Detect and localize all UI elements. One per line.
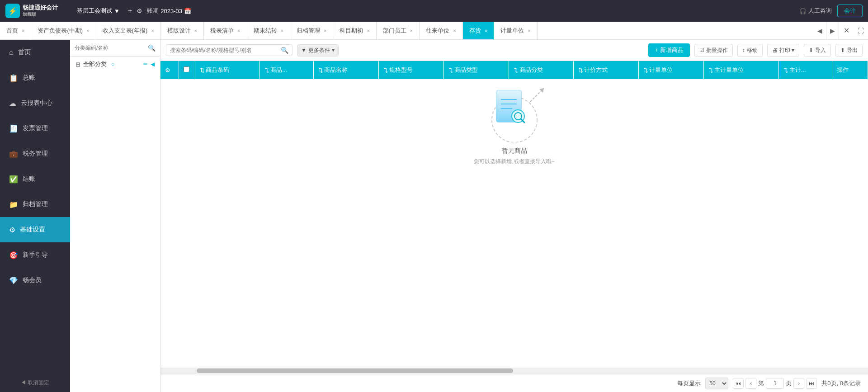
th-main-count[interactable]: ⇅主计... <box>778 61 832 79</box>
tab-资产负债表(中期)[interactable]: 资产负债表(中期)× <box>31 22 96 40</box>
tab-科目期初[interactable]: 科目期初× <box>333 22 376 40</box>
sidebar-label-结账: 结账 <box>23 175 35 183</box>
import-btn[interactable]: ⬇ 导入 <box>804 44 831 57</box>
th-barcode[interactable]: ⇅商品条码 <box>195 61 260 79</box>
per-page-select[interactable]: 50 10 20 100 <box>705 378 728 389</box>
next-page-btn[interactable]: › <box>793 378 804 389</box>
tab-bar: 首页×资产负债表(中期)×收入支出表(年报)×模版设计×税表清单×期末结转×归档… <box>0 22 868 40</box>
tab-往来单位[interactable]: 往来单位× <box>420 22 462 40</box>
settings-icon[interactable]: ⚙ <box>137 7 142 14</box>
company-selector[interactable]: 基层工会测试 ▼ <box>73 5 123 17</box>
sidebar-item-归档管理[interactable]: 📁归档管理 <box>0 192 70 217</box>
tab-close-icon[interactable]: × <box>86 28 89 33</box>
th-code[interactable]: ⇅商品... <box>260 61 314 79</box>
tab-close-icon[interactable]: × <box>281 28 283 33</box>
tab-next-btn[interactable]: ▶ <box>826 22 839 40</box>
page-suffix: 页 <box>786 379 792 387</box>
sidebar-label-归档管理: 归档管理 <box>23 200 48 208</box>
th-price-method[interactable]: ⇅计价方式 <box>574 61 639 79</box>
sidebar-item-首页[interactable]: ⌂首页 <box>0 40 70 65</box>
tab-close-icon[interactable]: × <box>237 28 240 33</box>
sidebar-item-基础设置[interactable]: ⚙基础设置 <box>0 217 70 242</box>
th-checkbox[interactable] <box>179 61 195 79</box>
horizontal-scrollbar[interactable] <box>160 368 868 374</box>
tab-期末结转[interactable]: 期末结转× <box>247 22 290 40</box>
add-company-icon[interactable]: + <box>128 7 132 15</box>
tab-存货[interactable]: 存货× <box>463 22 494 40</box>
th-main-unit[interactable]: ⇅主计量单位 <box>704 61 779 79</box>
prev-page-btn[interactable]: ‹ <box>745 378 756 389</box>
tab-close-all-btn[interactable]: ✕ <box>839 22 854 40</box>
th-spec[interactable]: ⇅规格型号 <box>378 61 443 79</box>
sidebar-item-税务管理[interactable]: 💼税务管理 <box>0 141 70 166</box>
sidebar-item-发票管理[interactable]: 🧾发票管理 <box>0 116 70 141</box>
tab-prev-btn[interactable]: ◀ <box>814 22 826 40</box>
table-header-row: ⚙ ⇅商品条码 ⇅商品... <box>160 61 868 79</box>
scrollbar-thumb[interactable] <box>197 368 513 373</box>
app-sub: 旗舰版 <box>23 11 58 18</box>
tab-归档管理[interactable]: 归档管理× <box>290 22 333 40</box>
headset-icon: 🎧 <box>799 8 807 14</box>
th-type[interactable]: ⇅商品类型 <box>443 61 509 79</box>
last-page-btn[interactable]: ⏭ <box>806 378 817 389</box>
more-filter-btn[interactable]: ▼ 更多条件 ▾ <box>297 44 339 57</box>
account-button[interactable]: 会计 <box>837 5 863 17</box>
category-search: 🔍 <box>70 40 160 57</box>
sidebar-item-结账[interactable]: ✅结账 <box>0 166 70 192</box>
th-unit[interactable]: ⇅计量单位 <box>639 61 704 79</box>
product-search-icon[interactable]: 🔍 <box>281 47 288 54</box>
tab-close-icon[interactable]: × <box>528 28 530 33</box>
sidebar-item-总账[interactable]: 📋总账 <box>0 65 70 90</box>
batch-action-btn[interactable]: ☑ 批量操作 <box>694 44 733 57</box>
first-page-btn[interactable]: ⏮ <box>733 378 744 389</box>
print-btn[interactable]: 🖨 🖨 打印 打印 ▾ <box>767 44 799 57</box>
tab-close-icon[interactable]: × <box>324 28 326 33</box>
move-btn[interactable]: ↕ ↕ 移动 移动 <box>737 44 763 57</box>
tab-收入支出表(年报)[interactable]: 收入支出表(年报)× <box>96 22 161 40</box>
unpin-btn[interactable]: ◀ 取消固定 <box>0 373 70 392</box>
new-product-btn[interactable]: + 新增商品 <box>648 43 689 57</box>
tab-模版设计[interactable]: 模版设计× <box>161 22 204 40</box>
th-name[interactable]: ⇅商品名称 <box>313 61 378 79</box>
pagination-bar: 每页显示 50 10 20 100 ⏮ ‹ 第 页 › ⏭ <box>160 374 868 392</box>
collapse-icon[interactable]: ◀ <box>151 61 155 67</box>
all-categories-item[interactable]: ⊞ 全部分类 ○ ✏ ◀ <box>70 57 160 72</box>
tab-close-icon[interactable]: × <box>194 28 197 33</box>
tab-close-icon[interactable]: × <box>151 28 154 33</box>
page-input[interactable] <box>766 378 784 389</box>
tab-close-icon[interactable]: × <box>367 28 369 33</box>
category-search-input[interactable] <box>75 45 146 51</box>
select-all-checkbox[interactable] <box>184 66 189 72</box>
tab-close-icon[interactable]: × <box>485 28 487 33</box>
export-icon: ⬆ <box>840 47 845 53</box>
th-settings[interactable]: ⚙ <box>160 61 179 79</box>
tab-部门员工[interactable]: 部门员工× <box>377 22 420 40</box>
sidebar-label-新手引导: 新手引导 <box>23 251 48 259</box>
tab-label: 首页 <box>6 27 18 35</box>
tab-税表清单[interactable]: 税表清单× <box>204 22 247 40</box>
main-layout: ⌂首页📋总账☁云报表中心🧾发票管理💼税务管理✅结账📁归档管理⚙基础设置🎯新手引导… <box>0 40 868 392</box>
th-category[interactable]: ⇅商品分类 <box>509 61 574 79</box>
sidebar-label-首页: 首页 <box>18 48 31 57</box>
tab-expand-btn[interactable]: ⛶ <box>854 22 868 40</box>
tab-close-icon[interactable]: × <box>410 28 413 33</box>
sidebar-item-畅会员[interactable]: 💎畅会员 <box>0 268 70 293</box>
sidebar-item-云报表中心[interactable]: ☁云报表中心 <box>0 90 70 116</box>
sidebar-item-新手引导[interactable]: 🎯新手引导 <box>0 242 70 268</box>
tab-close-icon[interactable]: × <box>22 28 24 33</box>
tab-close-icon[interactable]: × <box>453 28 456 33</box>
tab-首页[interactable]: 首页× <box>0 22 31 40</box>
calendar-icon[interactable]: 📅 <box>184 8 191 14</box>
export-btn[interactable]: ⬆ 导出 <box>835 44 863 57</box>
pagination-controls: ⏮ ‹ 第 页 › ⏭ <box>733 378 817 389</box>
svg-marker-2 <box>539 88 544 93</box>
consult-btn[interactable]: 🎧 人工咨询 <box>799 7 832 15</box>
nav-icon-畅会员: 💎 <box>9 276 18 285</box>
settings-edit-icon[interactable]: ✏ <box>143 61 148 67</box>
import-icon: ⬇ <box>809 47 813 53</box>
tab-计量单位[interactable]: 计量单位× <box>494 22 537 40</box>
top-bar: ⚡ 畅捷通好会计 旗舰版 基层工会测试 ▼ + ⚙ 账期 2023-03 📅 🎧… <box>0 0 868 22</box>
product-search-input[interactable] <box>170 47 278 53</box>
category-search-icon[interactable]: 🔍 <box>148 44 156 52</box>
tab-label: 期末结转 <box>254 27 277 35</box>
